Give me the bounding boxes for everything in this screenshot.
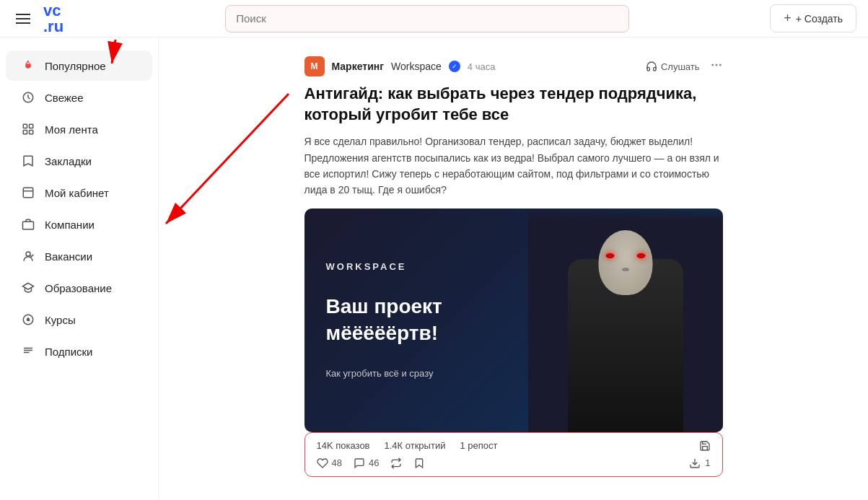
svg-point-9 [27,319,30,321]
svg-point-10 [711,63,714,66]
sidebar-item-label: Вакансии [45,250,92,263]
workspace-name[interactable]: Workspace [391,61,442,72]
fire-icon [20,58,36,74]
meta-actions: Слушать [646,58,723,75]
sidebar-item-label: Моя лента [45,123,98,136]
sidebar-item-popular[interactable]: Популярное [6,51,152,81]
sidebar-item-courses[interactable]: Курсы [6,304,152,335]
article-image[interactable]: WORKSPACE Ваш проектмёёёёёртв! Как угроб… [304,209,723,432]
sidebar-item-cabinet[interactable]: Мой кабинет [6,177,152,208]
source-name[interactable]: Маркетинг [332,61,385,72]
repost-button[interactable] [390,457,402,469]
like-button[interactable]: 48 [317,457,342,469]
bookmark-icon [20,153,36,169]
bookmark-button[interactable] [413,457,425,469]
sidebar-item-label: Компании [45,219,95,231]
sidebar-item-vacancies[interactable]: Вакансии [6,241,152,271]
svg-point-12 [719,63,721,66]
search-input[interactable] [225,5,629,32]
stat-opens: 1.4К открытий [385,440,446,451]
headphones-icon [646,61,657,72]
sidebar-item-label: Закладки [45,155,92,167]
plus-icon: + [784,11,792,26]
feed-icon [20,121,36,137]
more-dots-icon [710,58,723,71]
svg-point-11 [715,63,717,66]
svg-rect-3 [23,131,27,134]
sidebar-item-my-feed[interactable]: Моя лента [6,114,152,144]
sidebar: Популярное Свежее Моя лента Закладки [0,0,159,500]
education-icon [20,280,36,296]
logo[interactable]: vc .ru [43,3,63,35]
sidebar-item-label: Курсы [45,314,76,326]
courses-icon [20,312,36,328]
download-icon [689,457,701,469]
stat-views: 14K показов [317,440,370,451]
comment-button[interactable]: 46 [354,457,379,469]
save-icon [699,440,711,452]
listen-button[interactable]: Слушать [646,61,700,72]
svg-rect-6 [23,222,34,229]
repost-icon [390,457,402,469]
heart-icon [317,457,328,469]
sidebar-item-bookmarks[interactable]: Закладки [6,146,152,176]
like-count: 48 [332,457,342,468]
image-overlay: WORKSPACE Ваш проектмёёёёёртв! Как угроб… [326,261,442,379]
subscriptions-icon [20,343,36,359]
article-image-figure [528,209,723,432]
article-excerpt: Я все сделал правильно! Организовал тенд… [304,133,723,198]
create-button[interactable]: + + Создать [770,4,856,32]
svg-rect-5 [23,188,33,198]
more-button[interactable] [710,58,723,75]
article-meta: М Маркетинг Workspace ✓ 4 часа Слушать [304,56,723,76]
sidebar-item-label: Свежее [45,92,84,104]
article-title[interactable]: Антигайд: как выбрать через тендер подря… [304,84,723,125]
stats-top: 14K показов 1.4К открытий 1 репост [317,440,711,452]
svg-rect-1 [23,124,27,128]
article-time: 4 часа [468,61,496,72]
sidebar-item-label: Популярное [45,60,106,72]
image-subtitle: Как угробить всё и сразу [326,368,442,379]
sidebar-item-label: Подписки [45,346,93,358]
comment-icon [354,457,365,469]
clock-icon [20,89,36,105]
sidebar-item-label: Образование [45,282,112,294]
stats-right-area [699,440,711,452]
save-count: 1 [705,457,710,468]
svg-rect-2 [30,124,33,128]
sidebar-item-label: Мой кабинет [45,187,109,199]
search-bar [225,5,629,32]
stat-reposts: 1 репост [460,440,497,451]
workspace-logo: WORKSPACE [326,261,442,272]
cabinet-icon [20,185,36,201]
svg-rect-4 [30,131,33,134]
save-button[interactable] [699,440,711,452]
vacancies-icon [20,248,36,264]
article-card: М Маркетинг Workspace ✓ 4 часа Слушать [304,49,723,477]
sidebar-item-companies[interactable]: Компании [6,209,152,240]
menu-button[interactable] [12,9,35,28]
verified-icon: ✓ [449,61,460,72]
comment-count: 46 [369,457,379,468]
header: vc .ru + + Создать [0,0,868,38]
sidebar-item-fresh[interactable]: Свежее [6,82,152,113]
main-content: М Маркетинг Workspace ✓ 4 часа Слушать [159,0,868,500]
companies-icon [20,216,36,232]
stats-bar: 14K показов 1.4К открытий 1 репост [304,432,723,477]
source-icon: М [304,56,325,76]
svg-point-7 [26,252,30,256]
image-headline: Ваш проектмёёёёёртв! [326,294,442,346]
sidebar-item-education[interactable]: Образование [6,273,152,303]
stats-actions: 48 46 [317,457,711,469]
sidebar-item-subscriptions[interactable]: Подписки [6,336,152,367]
bookmark-action-icon [413,457,425,469]
